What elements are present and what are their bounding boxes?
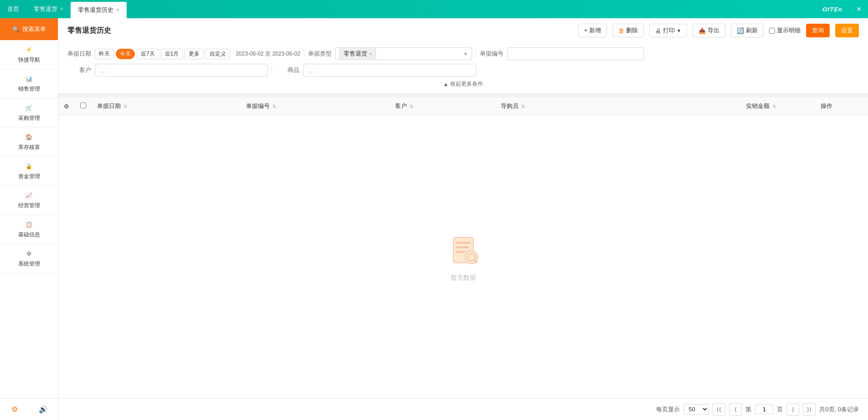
customer-label: 客户 bbox=[67, 66, 95, 74]
doc-type-tag-remove[interactable]: × bbox=[369, 51, 372, 56]
page-next-btn[interactable]: ⟩ bbox=[786, 403, 799, 416]
goods-filter-field: 商品 ... bbox=[276, 64, 476, 77]
basic-info-icon: 📋 bbox=[25, 220, 34, 229]
setting-btn[interactable]: 设置 bbox=[835, 24, 859, 37]
date-filter-field: 单据日期 昨天 今天 近7天 近1月 更多 自定义 2023-06-02 至 2… bbox=[67, 49, 300, 59]
purchase-icon: 🛒 bbox=[25, 103, 34, 113]
page-prev-btn[interactable]: ⟨ bbox=[729, 403, 742, 416]
search-icon: 🔍 bbox=[12, 26, 20, 33]
sort-amount-icon[interactable]: ⇅ bbox=[772, 104, 776, 109]
doc-no-filter-field: 单据编号 bbox=[480, 47, 644, 60]
sys-icon: ⚙ bbox=[25, 249, 34, 258]
svg-rect-3 bbox=[456, 251, 465, 253]
sidebar-audio-btn[interactable]: 🔊 bbox=[29, 399, 58, 420]
date-filter-label: 单据日期 bbox=[67, 50, 95, 58]
svg-rect-2 bbox=[456, 246, 469, 248]
date-btn-1month[interactable]: 近1月 bbox=[161, 49, 183, 59]
tab-retail-return-history[interactable]: 零售退货历史 × bbox=[71, 2, 127, 18]
main-table: ⚙ 单据日期 ⇅ 单据编号 ⇅ 客户 bbox=[58, 97, 868, 115]
goods-label: 商品 bbox=[276, 66, 303, 74]
page-header: 零售退货历史 + 新增 🗑 删除 🖨 打印 ▼ 📤 bbox=[58, 18, 868, 94]
sidebar: 🔍 搜索菜单 ⚡ 快捷导航 📊 销售管理 🛒 采购管理 🏠 库存核算 🔒 资金管… bbox=[0, 18, 58, 420]
col-checkbox[interactable] bbox=[75, 97, 92, 115]
finance-icon: 🔒 bbox=[25, 162, 34, 171]
col-customer: 客户 ⇅ bbox=[390, 97, 495, 115]
delete-icon: 🗑 bbox=[618, 27, 624, 34]
sidebar-item-sales-mgmt[interactable]: 📊 销售管理 bbox=[0, 69, 58, 98]
page-title-row: 零售退货历史 + 新增 🗑 删除 🖨 打印 ▼ 📤 bbox=[67, 24, 859, 37]
empty-area: 暂无数据 bbox=[58, 115, 868, 398]
ops-icon: 📈 bbox=[25, 191, 34, 200]
collapse-icon: ▲ bbox=[443, 81, 449, 87]
query-btn[interactable]: 查询 bbox=[806, 24, 830, 37]
date-btn-7days[interactable]: 近7天 bbox=[137, 49, 159, 59]
customer-select[interactable]: ... bbox=[95, 64, 268, 77]
top-bar-right: OfTEn bbox=[822, 6, 850, 13]
tab-retail-return[interactable]: 零售退货 × bbox=[26, 0, 71, 18]
col-amount: 实销金额 ⇅ bbox=[622, 97, 785, 115]
collapse-btn[interactable]: ▲ 收起更多条件 bbox=[443, 80, 483, 88]
sidebar-item-quick-nav[interactable]: ⚡ 快捷导航 bbox=[0, 40, 58, 69]
sidebar-item-purchase-mgmt[interactable]: 🛒 采购管理 bbox=[0, 98, 58, 128]
toolbar: + 新增 🗑 删除 🖨 打印 ▼ 📤 导出 bbox=[578, 24, 859, 37]
export-btn[interactable]: 📤 导出 bbox=[693, 24, 725, 37]
date-btn-custom[interactable]: 自定义 bbox=[205, 49, 230, 59]
doc-type-tag[interactable]: 零售退货 × bbox=[339, 47, 376, 60]
tab-retail-return-close[interactable]: × bbox=[60, 6, 63, 12]
doc-type-select[interactable]: 零售退货 × ▼ bbox=[335, 47, 472, 60]
doc-type-filter-field: 单据类型 零售退货 × ▼ bbox=[308, 47, 472, 60]
col-doc-no: 单据编号 ⇅ bbox=[241, 97, 390, 115]
sidebar-item-sys-mgmt[interactable]: ⚙ 系统管理 bbox=[0, 244, 58, 273]
goods-select[interactable]: ... bbox=[303, 64, 476, 77]
refresh-icon: 🔄 bbox=[737, 27, 744, 34]
date-btn-today[interactable]: 今天 bbox=[116, 49, 135, 59]
sidebar-settings-btn[interactable]: ⚙ bbox=[0, 399, 29, 420]
divider-1 bbox=[304, 49, 304, 58]
svg-rect-1 bbox=[456, 242, 471, 244]
empty-icon bbox=[445, 232, 482, 268]
divider-3 bbox=[272, 66, 272, 75]
page-label-pre: 第 bbox=[745, 405, 751, 414]
col-doc-date: 单据日期 ⇅ bbox=[92, 97, 241, 115]
filter-area: 单据日期 昨天 今天 近7天 近1月 更多 自定义 2023-06-02 至 2… bbox=[67, 43, 859, 93]
per-page-select[interactable]: 50 100 200 bbox=[683, 404, 709, 415]
doc-no-input[interactable] bbox=[507, 47, 644, 60]
date-btn-more[interactable]: 更多 bbox=[185, 49, 204, 59]
date-range-display: 2023-06-02 至 2023-06-02 bbox=[236, 50, 300, 58]
page-first-btn[interactable]: ⟨⟨ bbox=[713, 403, 725, 416]
customer-filter-field: 客户 ... bbox=[67, 64, 268, 77]
tab-home[interactable]: 首页 bbox=[0, 0, 26, 18]
sort-guide-icon[interactable]: ⇅ bbox=[521, 104, 525, 109]
sidebar-item-ops-mgmt[interactable]: 📈 经营管理 bbox=[0, 186, 58, 215]
tab-retail-return-history-close[interactable]: × bbox=[116, 7, 119, 13]
page-last-btn[interactable]: ⟩⟩ bbox=[803, 403, 816, 416]
sidebar-item-finance[interactable]: 🔒 资金管理 bbox=[0, 157, 58, 186]
sidebar-search[interactable]: 🔍 搜索菜单 bbox=[0, 18, 58, 40]
empty-text: 暂无数据 bbox=[451, 274, 476, 282]
show-detail-checkbox[interactable] bbox=[769, 28, 775, 34]
date-buttons-group: 昨天 今天 近7天 近1月 更多 自定义 2023-06-02 至 2023-0… bbox=[95, 49, 300, 59]
page-number-input[interactable] bbox=[755, 405, 773, 414]
select-all-checkbox[interactable] bbox=[80, 102, 86, 108]
export-icon: 📤 bbox=[699, 27, 706, 34]
sort-doc-date-icon[interactable]: ⇅ bbox=[123, 104, 127, 109]
print-dropdown-icon: ▼ bbox=[677, 28, 681, 33]
doc-type-arrow-icon: ▼ bbox=[463, 51, 468, 56]
sidebar-item-basic-info[interactable]: 📋 基础信息 bbox=[0, 215, 58, 244]
filter-row-2: 客户 ... 商品 ... bbox=[67, 64, 859, 77]
sort-customer-icon[interactable]: ⇅ bbox=[410, 104, 413, 109]
sidebar-item-inventory[interactable]: 🏠 库存核算 bbox=[0, 128, 58, 157]
delete-btn[interactable]: 🗑 删除 bbox=[612, 24, 644, 37]
top-bar: 首页 零售退货 × 零售退货历史 × OfTEn × bbox=[0, 0, 868, 18]
table-header-row: ⚙ 单据日期 ⇅ 单据编号 ⇅ 客户 bbox=[58, 97, 868, 115]
new-btn[interactable]: + 新增 bbox=[578, 24, 607, 37]
col-settings[interactable]: ⚙ bbox=[58, 97, 75, 115]
sidebar-bottom: ⚙ 🔊 bbox=[0, 398, 58, 420]
window-close-btn[interactable]: × bbox=[850, 0, 868, 18]
print-btn[interactable]: 🖨 打印 ▼ bbox=[649, 24, 687, 37]
col-action: 操作 bbox=[785, 97, 868, 115]
date-btn-yesterday[interactable]: 昨天 bbox=[95, 49, 114, 59]
sort-doc-no-icon[interactable]: ⇅ bbox=[272, 104, 276, 109]
inventory-icon: 🏠 bbox=[25, 133, 34, 142]
refresh-btn[interactable]: 🔄 刷新 bbox=[731, 24, 764, 37]
